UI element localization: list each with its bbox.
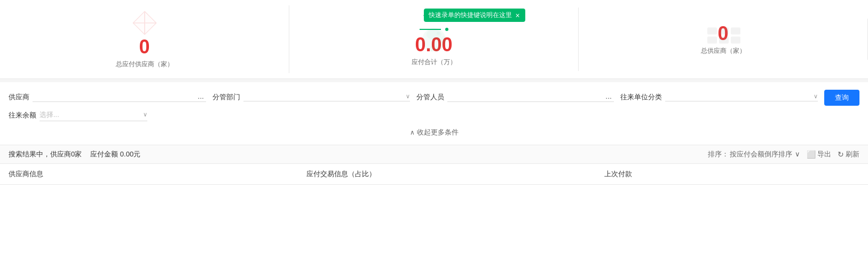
- svg-rect-12: [731, 28, 740, 35]
- result-bar: 搜索结果中，供应商0家 应付金额 0.00元 排序： 按应付会额倒序排序 ∨ ⬜…: [0, 145, 868, 164]
- manager-filter: 分管人员 ...: [416, 92, 614, 102]
- payable-suppliers-value: 0: [139, 36, 149, 58]
- column-transaction-info: 应付交易信息（占比）: [306, 169, 604, 179]
- query-button[interactable]: 查询: [824, 90, 859, 106]
- svg-rect-13: [707, 37, 717, 44]
- sort-prefix: 排序：: [708, 150, 729, 159]
- supplier-dots[interactable]: ...: [195, 92, 206, 100]
- unit-category-label: 往来单位分类: [620, 92, 662, 102]
- refresh-button[interactable]: ↻ 刷新: [838, 150, 859, 159]
- grid-icon: [705, 25, 742, 53]
- filter-section: 供应商 ... 分管部门 ∨ 分管人员 ... 往来单位分类: [0, 82, 868, 145]
- department-filter: 分管部门 ∨: [212, 92, 410, 102]
- amount-text: 应付金额 0.00元: [90, 150, 140, 159]
- mint-icon: [415, 20, 453, 59]
- summary-total-suppliers: 0 总供应商（家）: [579, 19, 868, 60]
- svg-rect-7: [430, 46, 433, 52]
- balance-select[interactable]: 选择... ∨: [40, 110, 147, 121]
- manager-label: 分管人员: [416, 92, 444, 102]
- svg-point-6: [437, 32, 440, 35]
- svg-rect-10: [707, 28, 717, 35]
- svg-rect-11: [719, 28, 729, 35]
- table-body: [0, 185, 868, 275]
- table-header: 供应商信息 应付交易信息（占比） 上次付款: [0, 164, 868, 185]
- payable-amount-label: 应付合计（万）: [412, 58, 456, 67]
- column-supplier-info: 供应商信息: [9, 169, 306, 179]
- sort-chevron-icon: ∨: [795, 150, 800, 158]
- filter-row-2: 往来余额 选择... ∨: [9, 110, 859, 121]
- column-transaction-label: 应付交易信息（占比）: [306, 170, 376, 178]
- column-last-payment-label: 上次付款: [604, 170, 632, 178]
- refresh-icon: ↻: [838, 150, 844, 159]
- sort-select[interactable]: 排序： 按应付会额倒序排序 ∨: [708, 150, 800, 159]
- balance-filter: 往来余额 选择... ∨: [9, 110, 147, 121]
- column-last-payment: 上次付款: [604, 169, 859, 179]
- svg-rect-14: [719, 37, 729, 44]
- result-actions: 排序： 按应付会额倒序排序 ∨ ⬜ 导出 ↻ 刷新: [708, 150, 859, 159]
- tooltip-text: 快速录单的快捷键说明在这里: [429, 11, 512, 20]
- supplier-label: 供应商: [9, 92, 29, 102]
- column-supplier-label: 供应商信息: [9, 170, 43, 178]
- collapse-button[interactable]: ∧ 收起更多条件: [9, 125, 859, 140]
- export-button[interactable]: ⬜ 导出: [807, 150, 831, 159]
- supplier-filter: 供应商 ...: [9, 92, 206, 102]
- export-icon: ⬜: [807, 150, 816, 159]
- supplier-count-text: 搜索结果中，供应商0家: [9, 150, 82, 159]
- collapse-chevron-icon: ∧: [410, 129, 415, 136]
- unit-category-filter: 往来单位分类 ∨: [620, 92, 818, 102]
- department-select[interactable]: ∨: [243, 93, 410, 101]
- summary-payable-suppliers: 0 总应付供应商（家）: [0, 5, 289, 73]
- department-label: 分管部门: [212, 92, 240, 102]
- tooltip-bubble: 快速录单的快捷键说明在这里 ×: [423, 9, 525, 22]
- unit-category-chevron: ∨: [814, 93, 818, 100]
- balance-placeholder: 选择...: [40, 110, 141, 120]
- payable-suppliers-label: 总应付供应商（家）: [116, 60, 173, 69]
- refresh-label: 刷新: [846, 150, 859, 159]
- tooltip-close-button[interactable]: ×: [515, 12, 519, 19]
- collapse-label: 收起更多条件: [417, 128, 459, 137]
- svg-rect-15: [731, 37, 740, 44]
- filter-row-1: 供应商 ... 分管部门 ∨ 分管人员 ... 往来单位分类: [9, 89, 859, 106]
- department-chevron: ∨: [406, 93, 410, 100]
- diamond-icon: [131, 10, 158, 36]
- summary-bar: 0 总应付供应商（家） 快速录单的快捷键说明在这里 × 0.00 应付合计（万）: [0, 0, 868, 79]
- unit-category-select[interactable]: ∨: [665, 93, 818, 101]
- balance-label: 往来余额: [9, 111, 36, 120]
- balance-chevron: ∨: [143, 111, 147, 118]
- export-label: 导出: [817, 150, 831, 159]
- result-info: 搜索结果中，供应商0家 应付金额 0.00元: [9, 150, 140, 159]
- svg-point-9: [440, 36, 446, 44]
- svg-rect-8: [435, 46, 438, 52]
- manager-dots[interactable]: ...: [603, 92, 614, 100]
- sort-label: 按应付会额倒序排序: [730, 150, 792, 159]
- summary-payable-amount: 快速录单的快捷键说明在这里 × 0.00 应付合计（万）: [289, 7, 579, 71]
